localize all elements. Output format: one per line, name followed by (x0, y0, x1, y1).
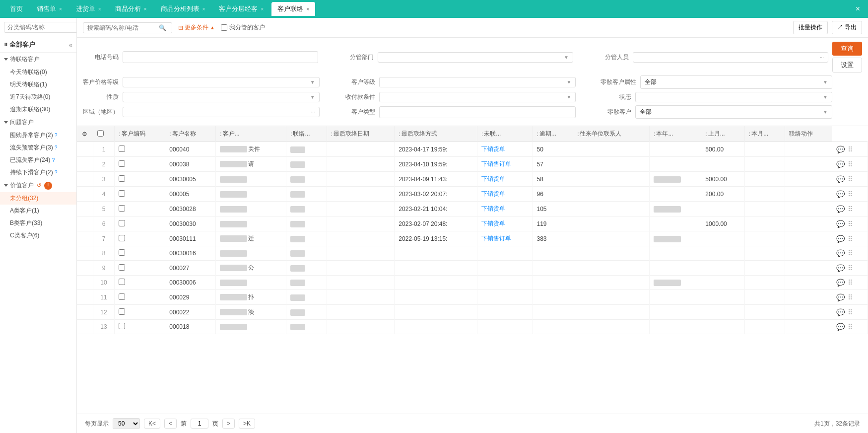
first-page-button[interactable]: K< (144, 419, 160, 429)
reset-button[interactable]: 设置 (832, 58, 862, 72)
retail-select[interactable]: 全部 ▼ (635, 105, 832, 119)
sidebar-item-abnormal[interactable]: 囤购异常客户(2) ? (0, 129, 76, 142)
grid-icon-9[interactable]: ⠿ (848, 264, 853, 272)
chat-icon-2[interactable]: 💬 (836, 160, 845, 168)
chat-icon-6[interactable]: 💬 (836, 220, 845, 228)
row-checkbox-5[interactable] (115, 202, 165, 216)
row-last-method-5[interactable]: 下销货单 (477, 202, 533, 216)
grid-icon-12[interactable]: ⠿ (848, 308, 853, 316)
grid-icon-7[interactable]: ⠿ (848, 235, 853, 243)
grid-icon-5[interactable]: ⠿ (848, 205, 853, 213)
row-checkbox-10[interactable] (115, 276, 165, 290)
price-tier-select[interactable]: ▼ (123, 77, 320, 87)
last-method-link-7[interactable]: 下销售订单 (481, 235, 511, 242)
chat-icon-1[interactable]: 💬 (836, 145, 845, 153)
row-checkbox-1[interactable] (115, 142, 165, 157)
grid-icon-10[interactable]: ⠿ (848, 279, 853, 287)
region-select[interactable]: ··· (123, 107, 320, 117)
sidebar-item-7days[interactable]: 近7天待联络(0) (0, 91, 76, 103)
close-analysis-tab[interactable]: × (144, 6, 147, 12)
last-method-column-header[interactable]: : 最后联络方式 (395, 126, 477, 142)
main-search-input[interactable] (87, 24, 157, 31)
manager-select[interactable]: ··· (633, 52, 828, 63)
sidebar-group-problem[interactable]: 问题客户 (0, 116, 76, 129)
nav-tab-customer-contact[interactable]: 客户联络 × (271, 2, 315, 16)
phone-input[interactable] (123, 51, 318, 63)
row-last-method-7[interactable]: 下销售订单 (477, 231, 533, 246)
sidebar-item-warning[interactable]: 流失预警客户(3) ? (0, 142, 76, 154)
prev-page-button[interactable]: < (164, 419, 177, 429)
sidebar-collapse-icon[interactable]: « (69, 41, 72, 49)
export-button[interactable]: ↗ 导出 (832, 21, 862, 34)
nav-home[interactable]: 首页 (4, 4, 29, 13)
last-method-link-1[interactable]: 下销货单 (481, 145, 505, 152)
more-conditions-btn[interactable]: ⊟ 更多条件 ▲ (178, 23, 215, 32)
last-method-link-2[interactable]: 下销售订单 (481, 160, 511, 167)
last-method-link-5[interactable]: 下销货单 (481, 205, 505, 212)
grid-icon-11[interactable]: ⠿ (848, 293, 853, 301)
row-last-method-6[interactable]: 下销货单 (477, 216, 533, 231)
chat-icon-9[interactable]: 💬 (836, 264, 845, 272)
nature-select[interactable]: ▼ (123, 92, 320, 102)
last-month-column-header[interactable]: : 上月... (701, 126, 744, 142)
row-checkbox-3[interactable] (115, 172, 165, 187)
close-purchase-tab[interactable]: × (98, 6, 101, 12)
code-column-header[interactable]: : 客户编码 (115, 126, 165, 142)
sidebar-item-lost[interactable]: 已流失客户(24) ? (0, 154, 76, 166)
sidebar-item-b-class[interactable]: B类客户(33) (0, 217, 76, 229)
row-checkbox-12[interactable] (115, 305, 165, 320)
last-method-link-3[interactable]: 下销货单 (481, 175, 505, 182)
chat-icon-7[interactable]: 💬 (836, 235, 845, 243)
uncontacted-column-header[interactable]: : 未联... (477, 126, 533, 142)
contact-column-header[interactable]: : 联络... (286, 126, 327, 142)
grid-icon-2[interactable]: ⠿ (848, 160, 853, 168)
last-method-link-6[interactable]: 下销货单 (481, 220, 505, 227)
row-last-method-3[interactable]: 下销货单 (477, 172, 533, 187)
grid-icon-1[interactable]: ⠿ (848, 145, 853, 153)
row-checkbox-13[interactable] (115, 320, 165, 334)
query-button[interactable]: 查询 (832, 42, 862, 56)
year-amount-column-header[interactable]: : 本年... (650, 126, 701, 142)
overdue-column-header[interactable]: : 逾期... (533, 126, 573, 142)
page-number-input[interactable] (191, 419, 208, 429)
row-checkbox-7[interactable] (115, 231, 165, 246)
close-sales-tab[interactable]: × (59, 6, 62, 12)
my-customers-checkbox[interactable] (221, 24, 227, 31)
type-column-header[interactable]: : 客户... (216, 126, 286, 142)
row-checkbox-4[interactable] (115, 187, 165, 202)
dept-select[interactable]: ▼ (378, 52, 573, 63)
bulk-operation-button[interactable]: 批量操作 (793, 21, 828, 34)
grid-icon-3[interactable]: ⠿ (848, 175, 853, 183)
row-checkbox-9[interactable] (115, 261, 165, 276)
row-checkbox-11[interactable] (115, 290, 165, 305)
sidebar-item-c-class[interactable]: C类客户(6) (0, 229, 76, 242)
close-analysis-list-tab[interactable]: × (202, 6, 205, 12)
sidebar-item-overdue[interactable]: 逾期未联络(30) (0, 103, 76, 116)
chat-icon-11[interactable]: 💬 (836, 293, 845, 301)
name-column-header[interactable]: : 客户名称 (165, 126, 216, 142)
sidebar-item-tomorrow[interactable]: 明天待联络(1) (0, 78, 76, 91)
last-date-column-header[interactable]: : 最后联络日期 (327, 126, 395, 142)
per-page-select[interactable]: 50 100 200 (113, 418, 140, 429)
grid-icon-8[interactable]: ⠿ (848, 249, 853, 257)
close-customer-tier-tab[interactable]: × (261, 6, 264, 12)
close-all-tabs[interactable]: × (852, 4, 864, 13)
sidebar-item-a-class[interactable]: A类客户(1) (0, 205, 76, 217)
sidebar-group-value[interactable]: 价值客户 ↺ ! (0, 179, 76, 192)
sidebar-search-input[interactable] (4, 22, 77, 33)
all-customers-header[interactable]: ⠿ 全部客户 « (0, 37, 76, 53)
last-page-button[interactable]: >K (239, 419, 255, 429)
status-select[interactable]: ▼ (635, 92, 832, 102)
sidebar-item-ungroup[interactable]: 未分组(32) (0, 192, 76, 205)
row-last-method-1[interactable]: 下销货单 (477, 142, 533, 157)
last-method-link-4[interactable]: 下销货单 (481, 190, 505, 197)
grid-icon-4[interactable]: ⠿ (848, 190, 853, 198)
row-checkbox-8[interactable] (115, 246, 165, 261)
nav-tab-analysis[interactable]: 商品分析 × (109, 2, 153, 16)
select-all-checkbox[interactable] (97, 130, 104, 137)
customer-tier-select[interactable]: ▼ (379, 77, 576, 87)
grid-icon-13[interactable]: ⠿ (848, 323, 853, 331)
nav-tab-customer-tier[interactable]: 客户分层经客 × (213, 2, 269, 16)
settings-column-header[interactable]: ⚙ (77, 126, 93, 142)
customer-type-input[interactable] (379, 106, 576, 118)
